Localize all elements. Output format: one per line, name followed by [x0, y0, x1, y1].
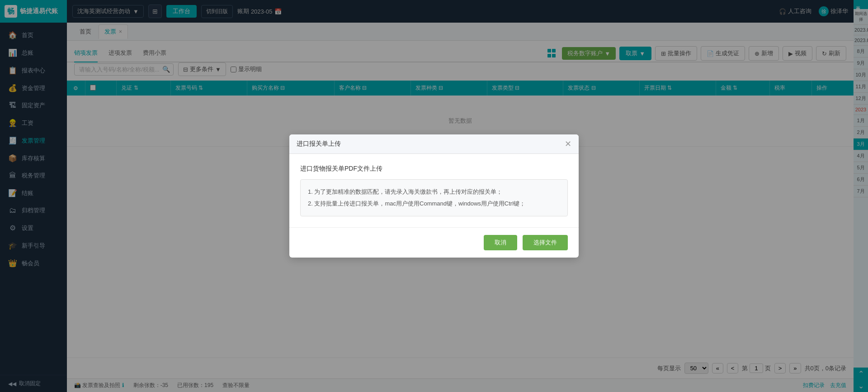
modal-header: 进口报关单上传 ✕ — [289, 134, 579, 154]
modal-section-title: 进口货物报关单PDF文件上传 — [300, 165, 568, 173]
modal-footer: 取消 选择文件 — [289, 227, 579, 258]
modal-body: 进口货物报关单PDF文件上传 1. 为了更加精准的数据匹配，请先录入海关缴款书，… — [289, 154, 579, 227]
modal-close-button[interactable]: ✕ — [565, 140, 571, 148]
modal-instruction-2: 2. 支持批量上传进口报关单，mac用户使用Command键，windows用户… — [308, 198, 560, 210]
modal-info-box: 1. 为了更加精准的数据匹配，请先录入海关缴款书，再上传对应的报关单； 2. 支… — [300, 179, 568, 216]
import-customs-modal: 进口报关单上传 ✕ 进口货物报关单PDF文件上传 1. 为了更加精准的数据匹配，… — [289, 134, 579, 258]
modal-select-file-button[interactable]: 选择文件 — [523, 235, 568, 250]
modal-overlay[interactable]: 进口报关单上传 ✕ 进口货物报关单PDF文件上传 1. 为了更加精准的数据匹配，… — [0, 0, 868, 392]
modal-title: 进口报关单上传 — [297, 140, 341, 148]
modal-cancel-button[interactable]: 取消 — [484, 235, 517, 250]
modal-instruction-1: 1. 为了更加精准的数据匹配，请先录入海关缴款书，再上传对应的报关单； — [308, 186, 560, 198]
